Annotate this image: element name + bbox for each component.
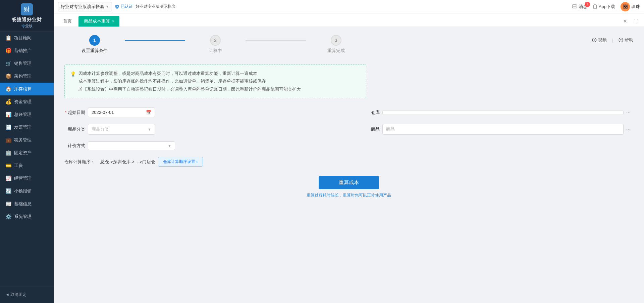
- pricing-select[interactable]: ▼: [88, 141, 175, 150]
- tab-home-label: 首页: [63, 18, 72, 24]
- tab-cost-recalc[interactable]: 商品成本重算 ×: [78, 16, 119, 27]
- sidebar-item-purchase[interactable]: 📦 采购管理: [0, 70, 54, 83]
- sidebar-nav: 📋 项目顾问 🎁 营销推广 🛒 销售管理 📦 采购管理 🏠 库存核算 💰 资金管…: [0, 32, 54, 286]
- avatar: 🐻: [621, 2, 630, 11]
- project-icon: 📋: [5, 35, 11, 41]
- product-label: 商品: [359, 126, 382, 132]
- category-chevron-icon: ▼: [148, 127, 151, 131]
- warehouse-order-text: 总仓->深圳仓库->...->门店仓: [100, 159, 155, 165]
- username-label: 珠珠: [631, 4, 640, 10]
- notice-line-1: 因成本计算参数调整，或是对商品成本有疑问时，可以通过成本重算功能，重新计算一遍成…: [78, 70, 301, 77]
- cancel-pin-button[interactable]: ◄ 取消固定: [0, 289, 54, 300]
- steps-row: 1 设置重算条件 2 计算中 3: [64, 35, 366, 54]
- sidebar-item-assets[interactable]: 🏢 固定资产: [0, 146, 54, 159]
- step-3-label: 重算完成: [327, 48, 345, 54]
- system-icon: ⚙️: [5, 214, 11, 220]
- notice-icon: 💡: [70, 70, 76, 93]
- svg-marker-4: [594, 39, 595, 41]
- sidebar-item-tax[interactable]: 💼 税务管理: [0, 134, 54, 146]
- user-avatar-area[interactable]: 🐻 珠珠: [621, 2, 640, 11]
- help-link[interactable]: ? 帮助: [619, 37, 633, 43]
- notice-line-3: 若【系统设置】中启用了自动调整记账日期时，会调整入库单的整单记账日期，因此重新计…: [78, 85, 301, 93]
- submit-area: 重算成本 重算过程耗时较长，重算时您可以正常使用产品: [64, 176, 633, 198]
- message-icon: [572, 4, 577, 9]
- warehouse-order-btn-label: 仓库计算顺序设置: [163, 159, 195, 165]
- step-2-num: 2: [214, 38, 217, 43]
- video-link[interactable]: 视频: [592, 37, 607, 43]
- app-download-button[interactable]: App下载: [593, 4, 615, 10]
- phone-icon: [593, 4, 597, 9]
- steps-section: 1 设置重算条件 2 计算中 3: [64, 35, 633, 54]
- warehouse-label: 仓库: [359, 110, 382, 116]
- start-date-input[interactable]: 2022-07-01 📅: [88, 107, 155, 117]
- video-label: 视频: [598, 37, 607, 43]
- warehouse-order-chevron-icon: ›: [197, 160, 198, 164]
- pricing-label: 计价方式: [64, 143, 88, 149]
- tabbar-right: ✕ ⛶: [621, 17, 640, 27]
- sidebar-item-accounting[interactable]: 📊 总账管理: [0, 108, 54, 121]
- category-label: 商品分类: [64, 126, 88, 132]
- message-button[interactable]: 消息 1: [572, 4, 587, 10]
- close-window-button[interactable]: ✕: [621, 17, 629, 25]
- step-2-label: 计算中: [209, 48, 222, 54]
- expand-window-button[interactable]: ⛶: [632, 17, 640, 25]
- product-input[interactable]: 商品: [382, 124, 624, 135]
- calendar-icon: 📅: [146, 110, 151, 115]
- tab-close-icon[interactable]: ×: [112, 19, 114, 23]
- submit-button[interactable]: 重算成本: [319, 176, 379, 189]
- form-section: 起始日期 2022-07-01 📅 仓库 ··· 商品分类 商: [64, 107, 633, 198]
- sidebar-label-accounting: 总账管理: [14, 112, 32, 118]
- sidebar-item-expense[interactable]: 🔄 小畅报销: [0, 185, 54, 198]
- form-row-3: 计价方式 ▼: [64, 141, 633, 150]
- submit-hint: 重算过程耗时较长，重算时您可以正常使用产品: [307, 192, 391, 198]
- help-label: 帮助: [625, 37, 633, 43]
- warehouse-input[interactable]: [382, 110, 624, 115]
- inventory-icon: 🏠: [5, 86, 11, 92]
- sidebar-label-sales: 销售管理: [14, 60, 32, 67]
- topbar-actions: 消息 1 App下载 🐻 珠珠: [572, 2, 640, 11]
- logo-sub: 专业版: [21, 24, 33, 29]
- sidebar-label-finance: 资金管理: [14, 99, 32, 105]
- cancel-pin-label: ◄ 取消固定: [5, 292, 26, 298]
- sidebar-item-inventory[interactable]: 🏠 库存核算: [0, 83, 54, 95]
- start-date-label: 起始日期: [64, 110, 88, 116]
- sidebar-item-system[interactable]: ⚙️ 系统管理: [0, 210, 54, 223]
- sidebar-item-marketing[interactable]: 🎁 营销推广: [0, 44, 54, 57]
- sales-icon: 🛒: [5, 60, 11, 67]
- sidebar-item-operation[interactable]: 📈 经营管理: [0, 172, 54, 185]
- app-download-label: App下载: [599, 4, 615, 10]
- verified-text: 已认证: [121, 4, 133, 9]
- step-2: 2 计算中: [185, 35, 246, 54]
- sidebar-item-sales[interactable]: 🛒 销售管理: [0, 57, 54, 70]
- product-more-icon[interactable]: ···: [624, 126, 633, 132]
- category-select[interactable]: 商品分类 ▼: [88, 124, 155, 135]
- sidebar-item-invoice[interactable]: 🧾 发票管理: [0, 121, 54, 134]
- sidebar-label-basic: 基础信息: [14, 201, 32, 207]
- tab-cost-label: 商品成本重算: [84, 18, 110, 24]
- play-icon: [592, 38, 597, 42]
- sidebar-item-finance[interactable]: 💰 资金管理: [0, 95, 54, 108]
- sidebar: 财 畅捷通好业财 专业版 📋 项目顾问 🎁 营销推广 🛒 销售管理 📦 采购管理…: [0, 0, 54, 303]
- step-2-circle: 2: [210, 35, 221, 46]
- sidebar-item-project[interactable]: 📋 项目顾问: [0, 32, 54, 44]
- warehouse-order-label: 仓库计算顺序：: [64, 159, 98, 165]
- category-field: 商品分类 商品分类 ▼: [64, 124, 339, 135]
- sidebar-label-project: 项目顾问: [14, 35, 32, 41]
- sidebar-item-salary[interactable]: 💳 工资: [0, 159, 54, 172]
- pricing-chevron-icon: ▼: [168, 144, 171, 148]
- divider-sep: |: [612, 38, 613, 43]
- finance-icon: 💰: [5, 99, 11, 105]
- sidebar-label-marketing: 营销推广: [14, 48, 32, 54]
- warehouse-order-setting-button[interactable]: 仓库计算顺序设置 ›: [158, 157, 203, 167]
- logo-title: 畅捷通好业财: [12, 17, 42, 23]
- step-1-label: 设置重算条件: [82, 48, 108, 54]
- account-selector[interactable]: 好业财专业版演示帐套 ▼: [58, 2, 112, 11]
- warehouse-more-icon[interactable]: ···: [624, 110, 633, 116]
- tab-home[interactable]: 首页: [58, 16, 77, 27]
- product-field: 商品 商品 ···: [359, 124, 633, 135]
- salary-icon: 💳: [5, 163, 11, 169]
- expense-icon: 🔄: [5, 188, 11, 194]
- sidebar-item-basic[interactable]: 📰 基础信息: [0, 198, 54, 210]
- assets-icon: 🏢: [5, 150, 11, 156]
- sidebar-label-system: 系统管理: [14, 214, 32, 220]
